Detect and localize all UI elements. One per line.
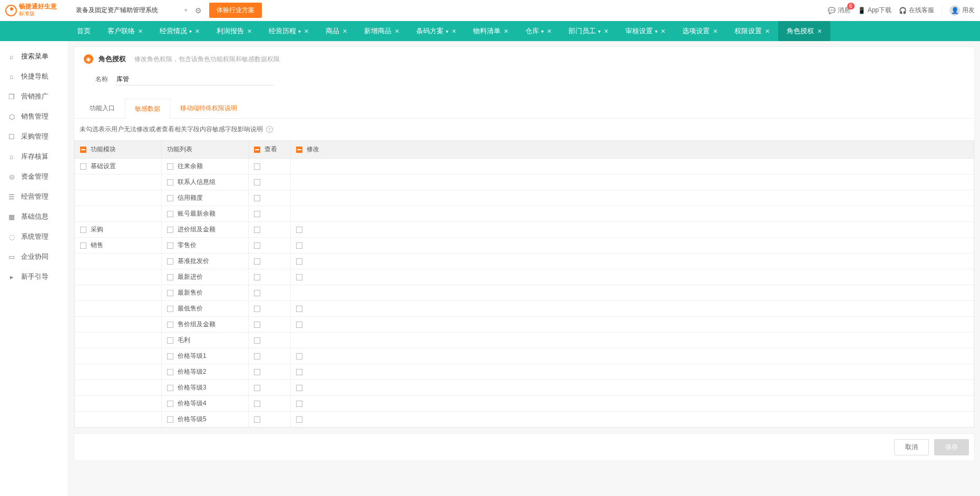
close-icon[interactable]: ✕ <box>604 28 609 35</box>
edit-checkbox[interactable] <box>296 416 302 423</box>
func-checkbox[interactable] <box>167 416 173 423</box>
func-checkbox[interactable] <box>167 401 173 407</box>
close-icon[interactable]: ✕ <box>195 28 200 35</box>
sidebar-item-2[interactable]: ❐营销推广 <box>0 86 68 106</box>
view-checkbox[interactable] <box>254 195 260 201</box>
online-service-link[interactable]: 🎧 在线客服 <box>899 6 934 15</box>
tab-14[interactable]: 角色授权✕ <box>778 21 830 41</box>
system-selector[interactable]: 装备及固定资产辅助管理系统 ▾ <box>76 6 188 15</box>
module-checkbox[interactable] <box>80 227 86 233</box>
tab-0[interactable]: 首页 <box>68 21 99 41</box>
tab-4[interactable]: 经营历程▾✕ <box>260 21 317 41</box>
view-checkbox[interactable] <box>254 416 260 423</box>
func-checkbox[interactable] <box>167 258 173 265</box>
func-checkbox[interactable] <box>167 322 173 328</box>
sidebar-item-0[interactable]: ⌕搜索菜单 <box>0 46 68 66</box>
edit-checkbox[interactable] <box>296 369 302 375</box>
func-checkbox[interactable] <box>167 242 173 249</box>
tab-1[interactable]: 客户联络✕ <box>99 21 151 41</box>
view-checkbox[interactable] <box>254 401 260 407</box>
func-checkbox[interactable] <box>167 211 173 217</box>
func-checkbox[interactable] <box>167 274 173 280</box>
func-checkbox[interactable] <box>167 385 173 391</box>
tab-8[interactable]: 物料清单✕ <box>465 21 517 41</box>
func-checkbox[interactable] <box>167 353 173 359</box>
edit-checkbox[interactable] <box>296 227 302 233</box>
view-checkbox[interactable] <box>254 242 260 249</box>
gear-icon[interactable]: ⚙ <box>195 6 202 15</box>
edit-checkbox[interactable] <box>296 258 302 265</box>
func-checkbox[interactable] <box>167 290 173 296</box>
save-button[interactable]: 保存 <box>934 439 969 455</box>
view-checkbox[interactable] <box>254 306 260 312</box>
func-checkbox[interactable] <box>167 179 173 186</box>
edit-checkbox[interactable] <box>296 274 302 280</box>
view-checkbox[interactable] <box>254 274 260 280</box>
func-checkbox[interactable] <box>167 163 173 170</box>
role-name-input[interactable] <box>115 73 273 85</box>
sidebar-item-9[interactable]: ◌系统管理 <box>0 227 68 247</box>
close-icon[interactable]: ✕ <box>765 28 770 35</box>
close-icon[interactable]: ✕ <box>247 28 252 35</box>
close-icon[interactable]: ✕ <box>452 28 456 35</box>
user-menu[interactable]: 👤 用友 <box>949 5 975 16</box>
sidebar-item-5[interactable]: ⌂库存核算 <box>0 147 68 167</box>
checkbox-indeterminate-icon[interactable] <box>296 147 302 153</box>
subtab-sensitive-data[interactable]: 敏感数据 <box>125 99 170 119</box>
close-icon[interactable]: ✕ <box>504 28 508 35</box>
func-checkbox[interactable] <box>167 227 173 233</box>
sidebar-item-3[interactable]: ⬡销售管理 <box>0 106 68 127</box>
func-checkbox[interactable] <box>167 337 173 344</box>
sidebar-item-1[interactable]: ⌂快捷导航 <box>0 66 68 86</box>
close-icon[interactable]: ✕ <box>661 28 665 35</box>
view-checkbox[interactable] <box>254 258 260 265</box>
close-icon[interactable]: ✕ <box>713 28 718 35</box>
subtab-function-entry[interactable]: 功能入口 <box>80 98 125 118</box>
tab-2[interactable]: 经营情况▾✕ <box>151 21 208 41</box>
tab-10[interactable]: 部门员工▾✕ <box>560 21 617 41</box>
tab-3[interactable]: 利润报告✕ <box>208 21 260 41</box>
close-icon[interactable]: ✕ <box>304 28 309 35</box>
tab-9[interactable]: 仓库▾✕ <box>517 21 560 41</box>
edit-checkbox[interactable] <box>296 385 302 391</box>
view-checkbox[interactable] <box>254 337 260 344</box>
app-download-link[interactable]: 📱 App下载 <box>858 6 891 15</box>
edit-checkbox[interactable] <box>296 322 302 328</box>
func-checkbox[interactable] <box>167 369 173 375</box>
info-icon[interactable]: ? <box>266 126 273 133</box>
view-checkbox[interactable] <box>254 369 260 375</box>
view-checkbox[interactable] <box>254 211 260 217</box>
module-checkbox[interactable] <box>80 242 86 249</box>
tab-7[interactable]: 条码方案▾✕ <box>408 21 465 41</box>
sidebar-item-4[interactable]: ☐采购管理 <box>0 127 68 147</box>
sidebar-item-10[interactable]: ▭企业协同 <box>0 247 68 267</box>
checkbox-indeterminate-icon[interactable] <box>80 147 86 153</box>
tab-13[interactable]: 权限设置✕ <box>726 21 778 41</box>
tab-6[interactable]: 新增商品✕ <box>356 21 408 41</box>
tab-11[interactable]: 审核设置▾✕ <box>617 21 674 41</box>
sidebar-item-11[interactable]: ▸新手引导 <box>0 267 68 287</box>
view-checkbox[interactable] <box>254 290 260 296</box>
close-icon[interactable]: ✕ <box>817 28 822 35</box>
sidebar-item-6[interactable]: ⊝资金管理 <box>0 167 68 187</box>
checkbox-indeterminate-icon[interactable] <box>254 147 260 153</box>
view-checkbox[interactable] <box>254 179 260 186</box>
edit-checkbox[interactable] <box>296 353 302 359</box>
close-icon[interactable]: ✕ <box>138 28 143 35</box>
close-icon[interactable]: ✕ <box>342 28 347 35</box>
view-checkbox[interactable] <box>254 163 260 170</box>
sidebar-item-8[interactable]: ▦基础信息 <box>0 207 68 227</box>
view-checkbox[interactable] <box>254 385 260 391</box>
func-checkbox[interactable] <box>167 195 173 201</box>
subtab-mobile-permission-note[interactable]: 移动端特殊权限说明 <box>170 98 247 118</box>
messages-link[interactable]: 💬 消息 6 <box>828 6 850 15</box>
tab-12[interactable]: 选项设置✕ <box>674 21 726 41</box>
edit-checkbox[interactable] <box>296 242 302 249</box>
edit-checkbox[interactable] <box>296 306 302 312</box>
view-checkbox[interactable] <box>254 322 260 328</box>
view-checkbox[interactable] <box>254 227 260 233</box>
tab-5[interactable]: 商品✕ <box>317 21 356 41</box>
close-icon[interactable]: ✕ <box>547 28 552 35</box>
experience-plan-button[interactable]: 体验行业方案 <box>209 3 262 18</box>
func-checkbox[interactable] <box>167 306 173 312</box>
